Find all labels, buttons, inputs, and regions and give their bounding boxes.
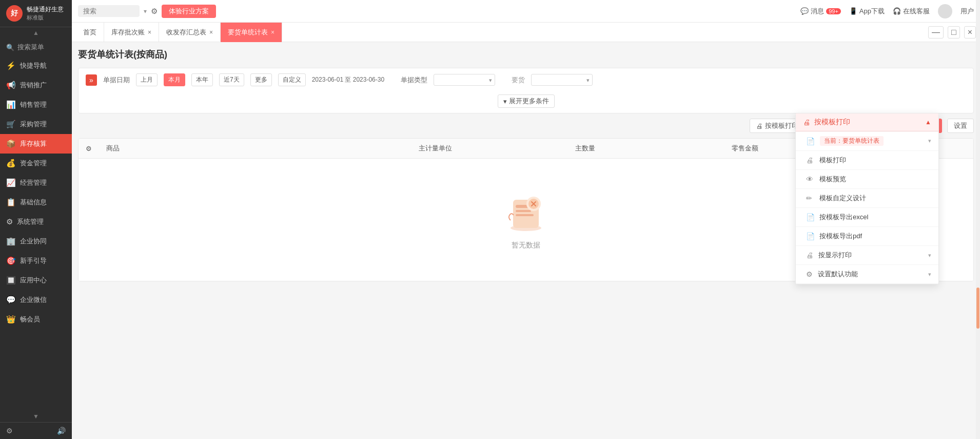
guide-icon: 🎯 bbox=[6, 256, 16, 265]
date-range-display: 2023-06-01 至 2023-06-30 bbox=[312, 75, 384, 84]
filter-expand-button[interactable]: » bbox=[86, 74, 97, 86]
col-unit: 主计量单位 bbox=[419, 144, 575, 153]
dropdown-set-default[interactable]: ⚙ 设置默认功能 ▾ bbox=[796, 265, 938, 284]
date-btn-custom[interactable]: 自定义 bbox=[278, 73, 306, 86]
date-btn-last-month[interactable]: 上月 bbox=[136, 73, 158, 86]
tab-close-order-stats[interactable]: × bbox=[271, 29, 275, 36]
dropdown-current[interactable]: 📄 当前：要货单统计表 ▾ bbox=[796, 131, 938, 151]
member-icon: 👑 bbox=[6, 315, 16, 324]
tab-batch-account[interactable]: 库存批次账 × bbox=[104, 23, 159, 42]
col-product: 商品 bbox=[106, 144, 419, 153]
expand-more-button[interactable]: ▾ 展开更多条件 bbox=[498, 94, 555, 108]
sidebar-scroll-down[interactable]: ▼ bbox=[0, 411, 72, 422]
current-chevron-icon: ▾ bbox=[928, 138, 931, 144]
tab-close-receipt-summary[interactable]: × bbox=[209, 29, 213, 36]
order-type-select[interactable] bbox=[434, 74, 495, 86]
pdf-item-icon: 📄 bbox=[806, 232, 814, 240]
wechat-icon: 💬 bbox=[6, 295, 16, 304]
sidebar: 好 畅捷通好生意 标准版 ▲ 🔍 搜索菜单 ⚡ 快捷导航 📢 营销推广 📊 销售… bbox=[0, 0, 72, 439]
date-btn-current-month[interactable]: 本月 bbox=[164, 73, 185, 86]
close-button[interactable]: × bbox=[964, 26, 976, 39]
sidebar-item-guide[interactable]: 🎯 新手引导 bbox=[0, 251, 72, 271]
order-goods-select-wrapper bbox=[531, 74, 593, 86]
message-badge: 99+ bbox=[826, 8, 841, 14]
date-btn-more[interactable]: 更多 bbox=[250, 73, 272, 86]
set-default-chevron: ▾ bbox=[928, 271, 931, 278]
marketing-icon: 📢 bbox=[6, 81, 16, 90]
sidebar-item-member[interactable]: 👑 畅会员 bbox=[0, 310, 72, 329]
sidebar-bottom: ⚙ 🔊 bbox=[0, 422, 72, 439]
dropdown-display-print[interactable]: 🖨 按显示打印 ▾ bbox=[796, 246, 938, 265]
tab-receipt-summary[interactable]: 收发存汇总表 × bbox=[159, 23, 221, 42]
sidebar-search[interactable]: 🔍 搜索菜单 bbox=[0, 39, 72, 56]
dropdown-template-pdf[interactable]: 📄 按模板导出pdf bbox=[796, 227, 938, 246]
sidebar-item-marketing[interactable]: 📢 营销推广 bbox=[0, 75, 72, 95]
page-title: 要货单统计表(按商品) bbox=[78, 48, 974, 61]
trial-button[interactable]: 体验行业方案 bbox=[162, 5, 216, 18]
sidebar-item-app-center[interactable]: 🔲 应用中心 bbox=[0, 271, 72, 290]
filter-bar: » 单据日期 上月 本月 本年 近7天 更多 自定义 2023-06-01 至 … bbox=[78, 68, 974, 113]
filter-row: » 单据日期 上月 本月 本年 近7天 更多 自定义 2023-06-01 至 … bbox=[86, 73, 966, 86]
tabs-actions: — □ × bbox=[928, 26, 976, 39]
message-item[interactable]: 💬 消息 99+ bbox=[800, 7, 841, 16]
dropdown-template-print[interactable]: 🖨 模板打印 bbox=[796, 151, 938, 170]
sidebar-logo: 好 畅捷通好生意 标准版 bbox=[0, 0, 72, 27]
settings-bottom-icon[interactable]: ⚙ bbox=[6, 427, 13, 435]
date-btn-7days[interactable]: 近7天 bbox=[219, 73, 244, 86]
scrollbar-thumb[interactable] bbox=[976, 288, 979, 329]
dropdown-template-excel[interactable]: 📄 按模板导出excel bbox=[796, 208, 938, 227]
search-input[interactable] bbox=[78, 5, 140, 17]
speaker-icon[interactable]: 🔊 bbox=[57, 427, 66, 435]
sidebar-item-purchase[interactable]: 🛒 采购管理 bbox=[0, 114, 72, 134]
order-goods-select[interactable] bbox=[531, 74, 593, 86]
svg-rect-4 bbox=[516, 214, 534, 216]
main-area: ▾ ⚙ 体验行业方案 💬 消息 99+ 📱 App下载 🎧 在线客服 用户 bbox=[72, 0, 980, 439]
app-title: 畅捷通好生意 标准版 bbox=[27, 6, 64, 21]
dropdown-template-preview[interactable]: 👁 模板预览 bbox=[796, 170, 938, 189]
sidebar-item-operations[interactable]: 📈 经营管理 bbox=[0, 173, 72, 193]
col-settings[interactable]: ⚙ bbox=[86, 145, 106, 152]
purchase-icon: 🛒 bbox=[6, 120, 16, 129]
online-service-item[interactable]: 🎧 在线客服 bbox=[893, 7, 930, 16]
empty-illustration bbox=[500, 189, 552, 236]
col-qty: 主数量 bbox=[575, 144, 732, 153]
sidebar-item-enterprise[interactable]: 🏢 企业协同 bbox=[0, 232, 72, 251]
topbar: ▾ ⚙ 体验行业方案 💬 消息 99+ 📱 App下载 🎧 在线客服 用户 bbox=[72, 0, 980, 23]
maximize-button[interactable]: □ bbox=[948, 26, 960, 39]
sidebar-scroll-up[interactable]: ▲ bbox=[0, 27, 72, 39]
operations-icon: 📈 bbox=[6, 178, 16, 187]
order-type-select-wrapper bbox=[434, 74, 495, 86]
app-download-item[interactable]: 📱 App下载 bbox=[849, 7, 885, 16]
search-icon: 🔍 bbox=[6, 44, 14, 51]
tab-home[interactable]: 首页 bbox=[76, 23, 104, 42]
sidebar-item-wechat[interactable]: 💬 企业微信 bbox=[0, 290, 72, 310]
quick-nav-icon: ⚡ bbox=[6, 61, 16, 70]
page-content: 要货单统计表(按商品) » 单据日期 上月 本月 本年 近7天 更多 自定义 2… bbox=[72, 42, 980, 439]
dropdown-header[interactable]: 🖨 按模板打印 ▲ bbox=[796, 113, 938, 131]
dropdown-title: 🖨 按模板打印 bbox=[803, 118, 850, 127]
set-default-icon: ⚙ bbox=[806, 270, 813, 278]
minimize-button[interactable]: — bbox=[928, 26, 944, 39]
date-btn-current-year[interactable]: 本年 bbox=[191, 73, 213, 86]
sidebar-item-finance[interactable]: 💰 资金管理 bbox=[0, 154, 72, 173]
sidebar-nav: ⚡ 快捷导航 📢 营销推广 📊 销售管理 🛒 采购管理 📦 库存核算 💰 资金管… bbox=[0, 56, 72, 411]
settings-button[interactable]: 设置 bbox=[947, 119, 974, 133]
chevron-down-icon: ▾ bbox=[144, 8, 147, 15]
sidebar-item-sales[interactable]: 📊 销售管理 bbox=[0, 95, 72, 114]
scrollbar[interactable] bbox=[976, 0, 980, 439]
sidebar-item-inventory[interactable]: 📦 库存核算 bbox=[0, 134, 72, 154]
sidebar-item-system[interactable]: ⚙ 系统管理 bbox=[0, 212, 72, 232]
avatar[interactable] bbox=[938, 4, 952, 18]
dropdown-chevron-icon: ▲ bbox=[925, 119, 931, 126]
tab-order-stats[interactable]: 要货单统计表 × bbox=[221, 23, 282, 42]
current-badge: 当前：要货单统计表 bbox=[820, 136, 884, 146]
order-type-label: 单据类型 bbox=[401, 75, 427, 85]
sidebar-item-basic-info[interactable]: 📋 基础信息 bbox=[0, 193, 72, 212]
system-icon: ⚙ bbox=[6, 217, 13, 226]
gear-icon[interactable]: ⚙ bbox=[151, 7, 158, 16]
dropdown-template-custom[interactable]: ✏ 模板自定义设计 bbox=[796, 189, 938, 208]
tab-close-batch-account[interactable]: × bbox=[148, 29, 151, 36]
user-name: 用户 bbox=[961, 7, 974, 16]
sidebar-item-quick-nav[interactable]: ⚡ 快捷导航 bbox=[0, 56, 72, 75]
inventory-icon: 📦 bbox=[6, 139, 16, 148]
